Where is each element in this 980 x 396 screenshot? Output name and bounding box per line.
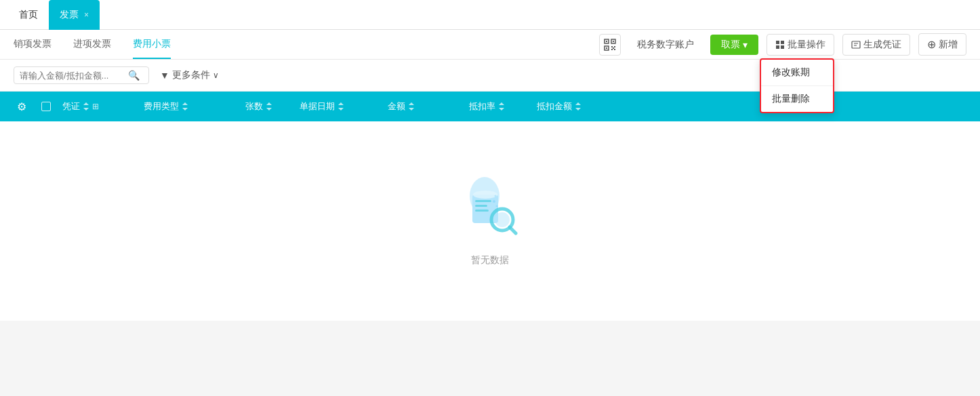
svg-point-25 xyxy=(495,212,510,227)
toolbar-right: 税务数字账户 取票 ▾ 批量操作 修改账期 批量删除 xyxy=(599,33,966,56)
sub-tabs-left: 销项发票 进项发票 费用小票 xyxy=(14,30,171,59)
add-icon: ⊕ xyxy=(927,38,936,51)
th-rate: 抵扣率 xyxy=(464,100,531,113)
th-count-sort[interactable] xyxy=(266,102,272,111)
th-count: 张数 xyxy=(240,100,294,113)
th-rate-label: 抵扣率 xyxy=(469,100,495,113)
modify-period-item[interactable]: 修改账期 xyxy=(761,60,833,85)
th-date: 单据日期 xyxy=(294,100,382,113)
th-expense-type-label: 费用类型 xyxy=(144,100,179,113)
batch-delete-item[interactable]: 批量删除 xyxy=(761,85,833,112)
th-voucher-sort[interactable] xyxy=(83,102,89,111)
th-checkbox[interactable] xyxy=(35,102,57,111)
svg-point-27 xyxy=(493,200,495,203)
svg-rect-19 xyxy=(472,195,498,223)
search-icon[interactable]: 🔍 xyxy=(128,70,140,81)
generate-voucher-button[interactable]: 生成凭证 xyxy=(842,34,910,56)
svg-rect-3 xyxy=(613,41,614,42)
svg-rect-14 xyxy=(781,45,784,49)
th-voucher-label: 凭证 xyxy=(62,100,80,113)
batch-op-label: 批量操作 xyxy=(788,39,825,51)
take-ticket-dropdown-icon: ▾ xyxy=(743,39,748,50)
qrcode-button[interactable] xyxy=(599,34,621,56)
close-tab-icon[interactable]: × xyxy=(84,10,89,20)
more-conditions-chevron: ∨ xyxy=(213,71,219,80)
more-conditions-label: 更多条件 xyxy=(172,69,210,81)
header-checkbox[interactable] xyxy=(41,102,51,111)
th-deduct-amount: 抵扣金额 xyxy=(531,100,619,113)
gen-voucher-icon xyxy=(851,40,861,50)
th-gear[interactable]: ⚙ xyxy=(8,100,35,113)
svg-point-23 xyxy=(473,191,497,199)
empty-state: 暂无数据 xyxy=(0,121,980,321)
sub-tabs-bar: 销项发票 进项发票 费用小票 税务数字账户 取票 ▾ xyxy=(0,30,980,60)
add-new-button[interactable]: ⊕ 新增 xyxy=(918,33,966,56)
tab-sales-invoice[interactable]: 销项发票 xyxy=(14,30,52,59)
svg-rect-21 xyxy=(475,205,487,207)
invoice-tab-label: 发票 xyxy=(60,9,79,21)
batch-dropdown-menu: 修改账期 批量删除 xyxy=(760,58,834,113)
th-date-label: 单据日期 xyxy=(300,100,335,113)
th-deduct-amount-label: 抵扣金额 xyxy=(537,100,572,113)
svg-rect-13 xyxy=(776,45,779,49)
tab-purchase-invoice[interactable]: 进项发票 xyxy=(73,30,111,59)
svg-rect-6 xyxy=(611,46,613,47)
search-input[interactable] xyxy=(20,71,128,81)
th-voucher: 凭证 ⊞ xyxy=(57,100,138,113)
svg-line-26 xyxy=(510,227,516,233)
svg-rect-8 xyxy=(611,49,613,50)
add-new-label: 新增 xyxy=(939,39,958,51)
svg-rect-5 xyxy=(606,47,607,49)
th-amount-sort[interactable] xyxy=(408,102,415,111)
take-ticket-button[interactable]: 取票 ▾ xyxy=(710,35,758,55)
th-voucher-filter-icon[interactable]: ⊞ xyxy=(92,102,99,111)
batch-op-container: 批量操作 修改账期 批量删除 xyxy=(767,34,834,56)
th-amount-label: 金额 xyxy=(388,100,405,113)
search-wrap: 🔍 xyxy=(14,66,149,84)
svg-point-28 xyxy=(496,205,498,207)
generate-voucher-label: 生成凭证 xyxy=(863,39,901,51)
th-date-sort[interactable] xyxy=(338,102,344,111)
batch-op-button[interactable]: 批量操作 xyxy=(767,34,834,56)
th-expense-type: 费用类型 xyxy=(138,100,240,113)
svg-rect-1 xyxy=(606,41,607,42)
th-type-sort[interactable] xyxy=(182,102,188,111)
filter-icon: ▼ xyxy=(160,70,169,81)
tax-account-button[interactable]: 税务数字账户 xyxy=(629,35,702,55)
settings-icon[interactable]: ⚙ xyxy=(17,100,26,113)
svg-rect-15 xyxy=(852,41,860,48)
more-conditions-button[interactable]: ▼ 更多条件 ∨ xyxy=(160,69,219,81)
th-deduct-sort[interactable] xyxy=(575,102,581,111)
th-amount: 金额 xyxy=(382,100,464,113)
svg-rect-12 xyxy=(781,41,784,44)
svg-point-29 xyxy=(495,195,497,197)
tab-expense-receipt[interactable]: 费用小票 xyxy=(133,30,171,59)
svg-rect-10 xyxy=(613,47,614,49)
th-count-label: 张数 xyxy=(245,100,263,113)
svg-rect-11 xyxy=(776,41,779,44)
batch-icon xyxy=(775,40,785,50)
empty-state-text: 暂无数据 xyxy=(471,254,509,266)
svg-rect-9 xyxy=(614,49,615,50)
svg-rect-22 xyxy=(475,210,489,212)
svg-rect-7 xyxy=(614,46,615,47)
home-nav[interactable]: 首页 xyxy=(11,3,46,26)
svg-rect-20 xyxy=(475,200,491,202)
take-ticket-label: 取票 xyxy=(721,39,740,51)
invoice-tab[interactable]: 发票 × xyxy=(49,0,100,30)
th-rate-sort[interactable] xyxy=(498,102,505,111)
empty-state-icon xyxy=(456,176,524,243)
